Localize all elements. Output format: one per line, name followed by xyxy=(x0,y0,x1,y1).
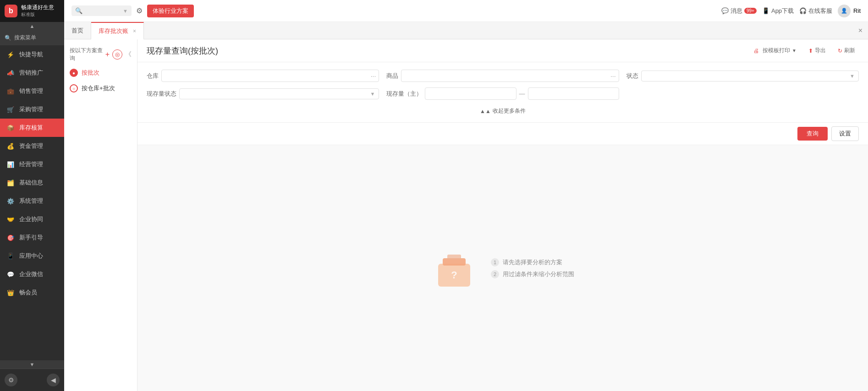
sidebar-item-apps[interactable]: 📱 应用中心 xyxy=(0,247,64,265)
sidebar-item-inventory[interactable]: 📦 库存核算 xyxy=(0,119,64,137)
refresh-btn[interactable]: ↻ 刷新 xyxy=(834,45,859,56)
filter-form: 仓库 ··· 商品 xyxy=(137,62,868,123)
more-icon: ··· xyxy=(610,72,616,80)
sidebar-item-marketing[interactable]: 📣 营销推广 xyxy=(0,64,64,82)
filter-panel-title: 按以下方案查询 xyxy=(70,47,105,62)
sidebar-item-basic[interactable]: 🗂️ 基础信息 xyxy=(0,174,64,192)
sidebar-item-system[interactable]: ⚙️ 系统管理 xyxy=(0,192,64,210)
print-btn[interactable]: 🖨 按模板打印 ▼ xyxy=(750,45,800,56)
user-name: Rit xyxy=(853,7,861,14)
collapse-up-icon: ▲▲ xyxy=(480,108,491,114)
vip-icon: 👑 xyxy=(6,288,15,297)
filter-item-by-batch[interactable]: ● 按批次 xyxy=(64,65,137,81)
target-icon: ◎ xyxy=(115,51,120,58)
messages-btn[interactable]: 💬 消息 99+ xyxy=(721,7,757,15)
sidebar-item-sales[interactable]: 💼 销售管理 xyxy=(0,82,64,100)
chevron-down-icon: ▼ xyxy=(370,91,375,97)
warehouse-input-actions[interactable]: ··· xyxy=(368,72,379,80)
sidebar-header: b 畅康通好生意 标准版 xyxy=(0,0,64,22)
sidebar-item-finance[interactable]: 💰 资金管理 xyxy=(0,137,64,155)
query-btn[interactable]: 查询 xyxy=(797,127,828,141)
empty-icon: ? xyxy=(431,245,477,291)
filter-add-btn[interactable]: + xyxy=(105,50,110,59)
warehouse-field: 仓库 ··· xyxy=(147,70,379,82)
topbar-search-input[interactable] xyxy=(84,8,121,14)
tab-close-btn[interactable]: × xyxy=(133,28,136,34)
stock-qty-min-input[interactable] xyxy=(425,87,516,100)
topbar: 🔍 ▼ ⚙ 体验行业方案 💬 消息 99+ 📱 App下载 🎧 在线客服 👤 R xyxy=(64,0,868,22)
product-input-actions[interactable]: ··· xyxy=(608,72,619,80)
marketing-icon: 📣 xyxy=(6,69,15,77)
messages-badge: 99+ xyxy=(744,8,757,14)
sidebar-item-newbie[interactable]: 🎯 新手引导 xyxy=(0,228,64,247)
sidebar-item-label: 新手引导 xyxy=(19,234,43,242)
stock-qty-max-input[interactable] xyxy=(528,87,619,100)
collapse-icon: ◀ xyxy=(51,376,56,384)
warehouse-input-container: ··· xyxy=(161,70,379,82)
app-download-btn[interactable]: 📱 App下载 xyxy=(762,7,794,15)
sidebar-search[interactable]: 🔍 搜索菜单 xyxy=(0,30,64,45)
tab-home[interactable]: 首页 xyxy=(64,22,91,39)
tab-inventory-batch[interactable]: 库存批次账 × xyxy=(91,22,144,39)
filter-setting-btn[interactable]: ◎ xyxy=(112,49,122,60)
shortcuts-icon: ⚡ xyxy=(6,50,15,59)
sidebar-settings-btn[interactable]: ⚙ xyxy=(5,374,17,386)
topbar-gear-btn[interactable]: ⚙ xyxy=(136,6,143,15)
sidebar-item-label: 经营管理 xyxy=(19,160,43,168)
enterprise-icon: 🤝 xyxy=(6,215,15,223)
stock-status-label: 现存量状态 xyxy=(147,90,176,98)
newbie-icon: 🎯 xyxy=(6,234,15,242)
sidebar-item-purchase[interactable]: 🛒 采购管理 xyxy=(0,100,64,119)
stock-qty-field: 现存量（主） — xyxy=(386,87,619,100)
sidebar-item-operations[interactable]: 📊 经营管理 xyxy=(0,155,64,174)
settings-btn[interactable]: 设置 xyxy=(831,126,859,141)
product-input[interactable] xyxy=(401,70,608,81)
sidebar-scroll-up[interactable]: ▲ xyxy=(0,22,64,30)
product-input-container: ··· xyxy=(401,70,619,82)
tabs-bar: 首页 库存批次账 × × xyxy=(64,22,868,39)
sidebar-item-enterprise[interactable]: 🤝 企业协同 xyxy=(0,210,64,228)
sidebar-item-label: 应用中心 xyxy=(19,252,43,260)
sidebar-item-vip[interactable]: 👑 畅会员 xyxy=(0,283,64,302)
sidebar-collapse-btn[interactable]: ◀ xyxy=(47,374,60,386)
active-tab-label: 库存批次账 xyxy=(99,27,128,35)
sidebar-item-label: 系统管理 xyxy=(19,197,43,205)
filter-panel-header: 按以下方案查询 + ◎ 《 xyxy=(64,44,137,65)
export-label: 导出 xyxy=(815,47,826,54)
refresh-icon: ↻ xyxy=(838,48,842,54)
online-service-btn[interactable]: 🎧 在线客服 xyxy=(799,7,832,15)
service-icon: 🎧 xyxy=(799,7,807,14)
export-btn[interactable]: ⬆ 导出 xyxy=(805,45,830,56)
query-header-actions: 🖨 按模板打印 ▼ ⬆ 导出 ↻ 刷新 xyxy=(750,45,859,56)
status-field: 状态 ▼ xyxy=(626,71,859,81)
purchase-icon: 🛒 xyxy=(6,105,15,114)
panel-close-btn[interactable]: × xyxy=(853,27,868,35)
status-dropdown[interactable]: ▼ xyxy=(641,71,859,81)
stock-status-dropdown[interactable]: ▼ xyxy=(179,88,379,99)
topbar-actions: 💬 消息 99+ 📱 App下载 🎧 在线客服 👤 Rit xyxy=(721,5,861,17)
messages-label: 消息 xyxy=(731,7,742,15)
chevron-down-icon: ▼ xyxy=(850,73,855,79)
settings-icon: ⚙ xyxy=(8,376,14,384)
topbar-search-area[interactable]: 🔍 ▼ xyxy=(71,5,132,16)
query-area: 现存量查询(按批次) 🖨 按模板打印 ▼ ⬆ 导出 ↻ 刷新 xyxy=(137,39,868,391)
empty-hint-item-1: 1 请先选择要分析的方案 xyxy=(491,258,574,266)
app-logo: b xyxy=(5,5,17,17)
product-label: 商品 xyxy=(386,72,398,80)
filter-item-by-warehouse-batch[interactable]: ○ 按仓库+批次 xyxy=(64,81,137,96)
experience-btn[interactable]: 体验行业方案 xyxy=(147,5,194,17)
filter-panel: 按以下方案查询 + ◎ 《 ● 按批次 ○ 按仓库+批次 xyxy=(64,39,137,391)
warehouse-input[interactable] xyxy=(162,70,368,81)
sidebar-item-label: 营销推广 xyxy=(19,69,43,77)
sidebar-scroll-down[interactable]: ▼ xyxy=(0,360,64,369)
sidebar-item-wechat[interactable]: 💬 企业微信 xyxy=(0,265,64,283)
user-menu[interactable]: 👤 Rit xyxy=(838,5,861,17)
product-field: 商品 ··· xyxy=(386,70,619,82)
filter-collapse-btn[interactable]: 《 xyxy=(125,50,132,59)
sidebar-nav: ⚡ 快捷导航 📣 营销推广 💼 销售管理 🛒 采购管理 📦 库存核算 💰 资金管… xyxy=(0,45,64,360)
more-icon: ··· xyxy=(371,72,376,80)
collapse-more-btn[interactable]: ▲▲ 收起更多条件 xyxy=(147,105,859,119)
sidebar-item-shortcuts[interactable]: ⚡ 快捷导航 xyxy=(0,45,64,64)
search-icon: 🔍 xyxy=(5,35,11,41)
sidebar-item-label: 畅会员 xyxy=(19,288,37,297)
